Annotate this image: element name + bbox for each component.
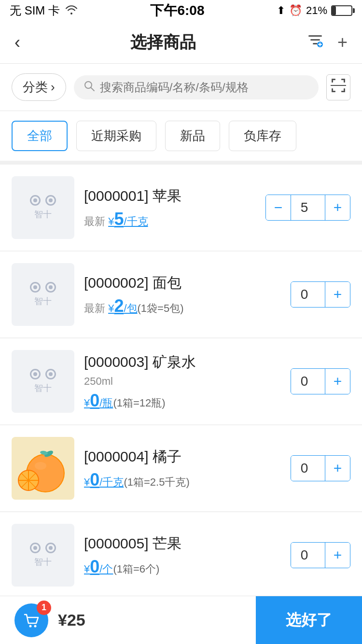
qty-input-3[interactable]: [291, 369, 325, 394]
svg-rect-1: [310, 39, 320, 41]
nav-bar: ‹ 选择商品 +: [0, 21, 362, 64]
qty-control-4: +: [291, 455, 350, 481]
product-name-3: [0000003] 矿泉水: [84, 352, 281, 372]
product-image-2: 智十: [12, 263, 74, 326]
product-price-2: 最新 ¥2/包(1袋=5包): [84, 296, 281, 316]
product-info-3: [0000003] 矿泉水 250ml ¥0/瓶(1箱=12瓶): [84, 352, 281, 411]
search-input[interactable]: [100, 81, 309, 94]
svg-rect-15: [344, 88, 345, 92]
product-item-3: 智十 [0000003] 矿泉水 250ml ¥0/瓶(1箱=12瓶) +: [0, 338, 362, 424]
product-name-4: [0000004] 橘子: [84, 447, 281, 467]
svg-rect-0: [308, 35, 322, 37]
svg-line-7: [91, 87, 94, 91]
qty-plus-2[interactable]: +: [325, 282, 350, 307]
product-price-5: ¥0/个(1箱=6个): [84, 557, 281, 577]
price-currency-3: ¥: [84, 397, 90, 409]
scan-icon[interactable]: [326, 74, 350, 100]
owl-text-3: 智十: [34, 382, 52, 394]
search-wrapper: [74, 75, 319, 99]
owl-placeholder-1: 智十: [30, 195, 56, 220]
price-label-2: 最新: [84, 302, 108, 314]
price-unit-1: /千克: [124, 215, 148, 227]
confirm-button[interactable]: 选好了: [256, 596, 362, 644]
qty-plus-3[interactable]: +: [325, 369, 350, 394]
category-label: 分类: [23, 79, 48, 96]
qty-plus-4[interactable]: +: [325, 456, 350, 481]
price-detail-4: (1箱=2.5千克): [124, 476, 189, 488]
svg-point-19: [35, 462, 46, 470]
price-currency-1: ¥: [108, 215, 114, 227]
product-name-2: [0000002] 面包: [84, 273, 281, 293]
product-price-3: ¥0/瓶(1箱=12瓶): [84, 391, 281, 411]
qty-input-5[interactable]: [291, 543, 325, 568]
tab-negative-stock[interactable]: 负库存: [229, 121, 296, 151]
svg-rect-11: [344, 79, 345, 83]
price-num-4: 0: [90, 470, 99, 490]
status-bar: 无 SIM 卡 下午6:08 ⬆ ⏰ 21%: [0, 0, 362, 21]
battery-percent: 21%: [306, 4, 327, 17]
price-unit-4: /千克: [99, 476, 124, 488]
chevron-right-icon: ›: [51, 80, 55, 95]
qty-input-1[interactable]: [291, 195, 325, 220]
product-image-4: [12, 437, 74, 500]
price-detail-2: (1袋=5包): [138, 302, 184, 314]
tab-all[interactable]: 全部: [12, 121, 68, 151]
price-num-5: 0: [90, 557, 99, 576]
nav-actions: +: [306, 31, 348, 53]
price-num-1: 5: [114, 209, 124, 229]
qty-plus-5[interactable]: +: [325, 543, 350, 568]
search-bar: 分类 ›: [0, 64, 362, 111]
product-item-2: 智十 [0000002] 面包 最新 ¥2/包(1袋=5包) +: [0, 252, 362, 337]
cart-button[interactable]: 1: [14, 603, 48, 637]
price-unit-3: /瓶: [99, 397, 113, 409]
filter-icon[interactable]: [306, 31, 324, 53]
product-info-2: [0000002] 面包 最新 ¥2/包(1袋=5包): [84, 273, 281, 316]
orange-svg: [14, 439, 72, 497]
page-title: 选择商品: [130, 31, 196, 54]
product-info-5: [0000005] 芒果 ¥0/个(1箱=6个): [84, 534, 281, 577]
price-detail-3: (1箱=12瓶): [113, 397, 165, 409]
qty-plus-1[interactable]: +: [325, 195, 350, 220]
price-currency-2: ¥: [108, 302, 114, 314]
tab-bar: 全部 近期采购 新品 负库存: [0, 111, 362, 165]
product-spec-3: 250ml: [84, 375, 281, 388]
tab-new[interactable]: 新品: [165, 121, 220, 151]
qty-minus-1[interactable]: −: [266, 195, 291, 220]
add-icon[interactable]: +: [337, 32, 348, 53]
search-icon: [84, 80, 95, 95]
location-icon: ⬆: [277, 4, 285, 17]
category-button[interactable]: 分类 ›: [12, 73, 66, 101]
product-image-5: 智十: [12, 524, 74, 587]
cart-icon: [23, 612, 40, 629]
price-detail-5: (1箱=6个): [113, 563, 159, 575]
product-list: 智十 [0000001] 苹果 最新 ¥5/千克 − + 智十: [0, 165, 362, 644]
bottom-bar: 1 ¥25 选好了: [0, 596, 362, 644]
svg-rect-13: [332, 88, 333, 92]
owl-text-5: 智十: [34, 556, 52, 568]
product-image-1: 智十: [12, 176, 74, 239]
price-unit-5: /个: [99, 563, 113, 575]
price-num-2: 2: [114, 296, 124, 316]
product-item-5: 智十 [0000005] 芒果 ¥0/个(1箱=6个) +: [0, 512, 362, 598]
product-info-4: [0000004] 橘子 ¥0/千克(1箱=2.5千克): [84, 447, 281, 490]
battery-icon: [331, 5, 352, 16]
owl-text-1: 智十: [34, 209, 52, 220]
qty-control-3: +: [291, 368, 350, 394]
status-time: 下午6:08: [150, 1, 204, 20]
price-num-3: 0: [90, 391, 99, 410]
status-right: ⬆ ⏰ 21%: [277, 4, 352, 17]
svg-point-28: [29, 625, 32, 627]
product-price-1: 最新 ¥5/千克: [84, 209, 256, 229]
back-button[interactable]: ‹: [14, 32, 20, 53]
owl-placeholder-5: 智十: [30, 543, 56, 568]
tab-recent[interactable]: 近期采购: [76, 121, 156, 151]
qty-input-2[interactable]: [291, 282, 325, 307]
cart-section: 1 ¥25: [0, 603, 256, 637]
product-image-3: 智十: [12, 350, 74, 413]
qty-control-5: +: [291, 542, 350, 568]
qty-input-4[interactable]: [291, 456, 325, 481]
owl-placeholder-3: 智十: [30, 369, 56, 394]
product-name-5: [0000005] 芒果: [84, 534, 281, 554]
price-currency-5: ¥: [84, 563, 90, 575]
cart-total: ¥25: [58, 611, 85, 630]
